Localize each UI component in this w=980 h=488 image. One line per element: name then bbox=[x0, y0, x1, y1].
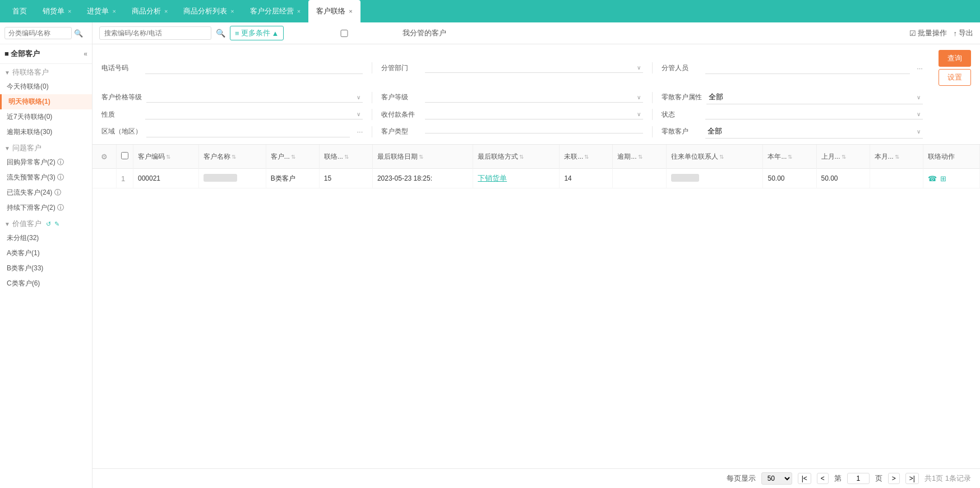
sidebar-item-churned[interactable]: 已流失客户(24) ⓘ bbox=[0, 185, 92, 200]
filter-phone-input[interactable] bbox=[145, 62, 363, 74]
chevron-down-icon4: ∨ bbox=[917, 94, 921, 100]
batch-op-button[interactable]: ☑ 批量操作 bbox=[909, 28, 947, 38]
last-page-button[interactable]: >| bbox=[905, 473, 919, 484]
my-customers-checkbox[interactable] bbox=[288, 30, 400, 37]
last-method-link[interactable]: 下销货单 bbox=[478, 174, 507, 182]
filter-region-dots[interactable]: ··· bbox=[357, 127, 363, 136]
close-purchase-icon[interactable]: × bbox=[112, 8, 115, 15]
chevron-down-icon5: ∨ bbox=[357, 111, 360, 117]
th-uncontacted[interactable]: 未联...⇅ bbox=[560, 145, 613, 169]
th-year-amount[interactable]: 本年...⇅ bbox=[763, 145, 816, 169]
chevron-down-icon2: ∨ bbox=[357, 94, 360, 100]
refresh-value-icon[interactable]: ↺ bbox=[46, 220, 51, 228]
per-page-select[interactable]: 50 100 200 bbox=[761, 472, 792, 485]
sidebar-item-class-b[interactable]: B类客户(33) bbox=[0, 261, 92, 276]
filter-person-dots[interactable]: ··· bbox=[917, 64, 923, 72]
more-action-icon[interactable]: ⊞ bbox=[940, 174, 946, 183]
sidebar-item-tomorrow-contact[interactable]: 明天待联络(1) bbox=[0, 94, 92, 109]
filter-dept-select[interactable]: ∨ bbox=[425, 63, 642, 73]
th-code[interactable]: 客户编码⇅ bbox=[133, 145, 199, 169]
action-icons: ☎ ⊞ bbox=[928, 174, 975, 183]
nav-customer-contact[interactable]: 客户联络 × bbox=[308, 0, 360, 22]
sidebar-item-ungrouped[interactable]: 未分组(32) bbox=[0, 231, 92, 246]
filter-more-button[interactable]: ≡ 更多条件 ▲ bbox=[230, 26, 284, 40]
sidebar-item-today-contact[interactable]: 今天待联络(0) bbox=[0, 79, 92, 94]
close-contact-icon[interactable]: × bbox=[349, 8, 352, 15]
nav-customer-segments[interactable]: 客户分层经营 × bbox=[242, 0, 308, 22]
collapse-sidebar-icon[interactable]: « bbox=[84, 50, 87, 58]
th-name[interactable]: 客户名称⇅ bbox=[198, 145, 266, 169]
th-last-method[interactable]: 最后联络方式⇅ bbox=[473, 145, 560, 169]
filter-icon: ≡ bbox=[235, 29, 239, 38]
toolbar-right: ☑ 批量操作 ↑ 导出 bbox=[909, 28, 974, 38]
nav-sales[interactable]: 销货单 × bbox=[35, 0, 79, 22]
filter-customer-type: 客户类型 bbox=[381, 127, 642, 136]
th-type[interactable]: 客户...⇅ bbox=[266, 145, 319, 169]
first-page-button[interactable]: |< bbox=[798, 473, 811, 484]
sidebar-item-overdue-contact[interactable]: 逾期未联络(30) bbox=[0, 125, 92, 140]
search-button[interactable]: 🔍 bbox=[216, 29, 225, 38]
th-this-month[interactable]: 本月...⇅ bbox=[870, 145, 923, 169]
sidebar-item-7days-contact[interactable]: 近7天待联络(0) bbox=[0, 109, 92, 125]
nav-product-analysis[interactable]: 商品分析 × bbox=[124, 0, 175, 22]
th-overdue[interactable]: 逾期...⇅ bbox=[613, 145, 666, 169]
sidebar-search-input[interactable] bbox=[4, 27, 72, 39]
filter-customer-level: 客户等级 ∨ bbox=[381, 93, 642, 103]
sidebar-item-declining[interactable]: 持续下滑客户(2) ⓘ bbox=[0, 200, 92, 215]
filter-price-level-select[interactable]: ∨ bbox=[146, 93, 363, 103]
sidebar-item-class-a[interactable]: A类客户(1) bbox=[0, 246, 92, 261]
nav-purchase[interactable]: 进货单 × bbox=[79, 0, 123, 22]
th-contact-person[interactable]: 往来单位联系人⇅ bbox=[666, 145, 763, 169]
my-customers-checkbox-label[interactable]: 我分管的客户 bbox=[288, 28, 446, 38]
chevron-down-icon9: ∨ bbox=[917, 128, 921, 135]
sidebar-item-churn-warning[interactable]: 流失预警客户(3) ⓘ bbox=[0, 170, 92, 185]
close-segments-icon[interactable]: × bbox=[297, 8, 301, 15]
nav-product-list[interactable]: 商品分析列表 × bbox=[175, 0, 242, 22]
filter-price-level-label: 客户价格等级 bbox=[101, 93, 142, 102]
top-nav: 首页 销货单 × 进货单 × 商品分析 × 商品分析列表 × 客户分层经营 × … bbox=[0, 0, 980, 22]
filter-nature-select[interactable]: ∨ bbox=[145, 109, 363, 119]
filter-customer-level-select[interactable]: ∨ bbox=[425, 93, 642, 103]
reset-button[interactable]: 设置 bbox=[939, 69, 971, 86]
close-product-list-icon[interactable]: × bbox=[230, 8, 234, 15]
filter-row-3: 性质 ∨ 收付款条件 ∨ 状态 bbox=[101, 109, 971, 120]
table-area: ⚙ 客户编码⇅ 客户名称⇅ 客户...⇅ 联络...⇅ 最后联络日期⇅ 最后联络… bbox=[93, 145, 980, 468]
td-last-month: 50.00 bbox=[816, 169, 870, 188]
td-overdue bbox=[613, 169, 666, 188]
filter-customer-type-select[interactable] bbox=[425, 130, 642, 133]
sidebar-search-icon[interactable]: 🔍 bbox=[74, 29, 83, 38]
filter-scatter-attr: 零散客户属性 全部 ∨ bbox=[662, 90, 923, 104]
column-settings-icon[interactable]: ⚙ bbox=[97, 149, 112, 164]
filter-scatter-attr-select[interactable]: 全部 ∨ bbox=[706, 90, 923, 104]
filter-status-select[interactable]: ∨ bbox=[705, 109, 923, 119]
group-pending-contact[interactable]: ▼ 待联络客户 bbox=[0, 64, 92, 79]
close-product-analysis-icon[interactable]: × bbox=[164, 8, 168, 15]
prev-page-button[interactable]: < bbox=[817, 473, 829, 484]
next-page-button[interactable]: > bbox=[888, 473, 900, 484]
export-button[interactable]: ↑ 导出 bbox=[954, 28, 974, 38]
edit-value-icon[interactable]: ✎ bbox=[54, 220, 59, 228]
sidebar-item-repurchase-abnormal[interactable]: 回购异常客户(2) ⓘ bbox=[0, 155, 92, 170]
td-uncontacted: 14 bbox=[560, 169, 613, 188]
search-input[interactable] bbox=[99, 26, 211, 40]
th-contact-count[interactable]: 联络...⇅ bbox=[319, 145, 372, 169]
filter-person-input[interactable] bbox=[705, 62, 910, 74]
th-last-date[interactable]: 最后联络日期⇅ bbox=[372, 145, 473, 169]
all-customers-header[interactable]: ■ 全部客户 « bbox=[0, 44, 92, 64]
query-button[interactable]: 查询 bbox=[939, 50, 971, 67]
td-year-amount: 50.00 bbox=[763, 169, 816, 188]
sidebar-item-class-c[interactable]: C类客户(6) bbox=[0, 276, 92, 291]
group-problem-customer[interactable]: ▼ 问题客户 bbox=[0, 140, 92, 155]
page-input[interactable] bbox=[847, 473, 870, 484]
group-value-customer[interactable]: ▼ 价值客户 ↺ ✎ bbox=[0, 215, 92, 231]
td-action: ☎ ⊞ bbox=[923, 169, 979, 188]
customers-table: ⚙ 客户编码⇅ 客户名称⇅ 客户...⇅ 联络...⇅ 最后联络日期⇅ 最后联络… bbox=[93, 145, 980, 188]
close-sales-icon[interactable]: × bbox=[68, 8, 71, 15]
filter-region-input[interactable] bbox=[146, 126, 350, 137]
th-last-month[interactable]: 上月...⇅ bbox=[816, 145, 870, 169]
select-all-checkbox[interactable] bbox=[121, 152, 128, 159]
nav-home[interactable]: 首页 bbox=[4, 0, 35, 22]
contact-action-icon[interactable]: ☎ bbox=[928, 174, 937, 183]
filter-payment-terms-select[interactable]: ∨ bbox=[425, 109, 642, 119]
filter-scatter-customer-select[interactable]: 全部 ∨ bbox=[705, 125, 923, 139]
